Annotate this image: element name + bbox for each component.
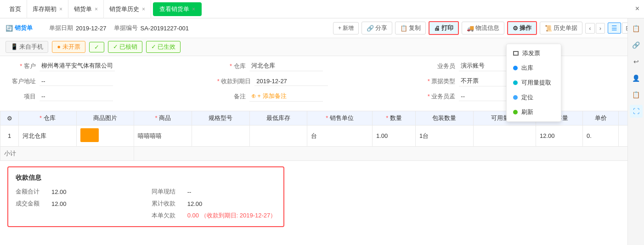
tab-sales-order[interactable]: 销货单 × xyxy=(68,0,104,18)
add-icon: ⊕ xyxy=(251,92,258,99)
tab-home[interactable]: 首页 xyxy=(4,0,27,18)
salesperson-label: 业务员孟 xyxy=(427,92,459,101)
project-field: 项目 -- xyxy=(7,92,217,101)
dropdown-locate[interactable]: 定位 xyxy=(507,90,561,105)
doc-date-field: 单据日期 2019-12-27 xyxy=(49,24,107,32)
row-unit-price: 0. xyxy=(582,125,618,147)
not-opened-button[interactable]: ● 未开票 xyxy=(52,41,85,53)
settings-icon[interactable]: ⚙ xyxy=(7,115,12,122)
same-order-settle-label: 同单现结 xyxy=(152,188,184,196)
warehouse-field: 仓库 河北仓库 xyxy=(217,61,427,71)
dropdown-available-qty[interactable]: 可用量提取 xyxy=(507,75,561,90)
invoice-icon: ● xyxy=(57,43,61,50)
logistics-icon: 🚚 xyxy=(467,25,474,32)
customer-value[interactable]: 柳州粤港平安气体有限公司 xyxy=(40,61,115,71)
doc-icon: 🔄 xyxy=(6,25,13,32)
tab-sales-order-close[interactable]: × xyxy=(95,6,98,12)
effective-button[interactable]: ✓ 已生效 xyxy=(146,41,181,53)
outbound-label: 出库 xyxy=(521,64,533,72)
prev-button[interactable]: ‹ xyxy=(585,23,594,34)
tab-view-sales-close[interactable]: × xyxy=(192,6,195,12)
logistics-button[interactable]: 🚚 物流信息 xyxy=(462,22,504,34)
tab-home-label: 首页 xyxy=(9,5,21,13)
warehouse-value[interactable]: 河北仓库 xyxy=(249,61,323,71)
print-button[interactable]: 🖨 打印 xyxy=(429,21,459,35)
tab-inventory-init-close[interactable]: × xyxy=(59,6,62,12)
share-button[interactable]: 🔗 分享 xyxy=(362,22,392,34)
nav-arrows: ‹ › xyxy=(585,23,605,34)
dropdown-outbound[interactable]: 出库 xyxy=(507,61,561,75)
remark-field: 备注 ⊕ + 添加备注 xyxy=(217,91,427,102)
customer-field: 客户 柳州粤港平安气体有限公司 xyxy=(7,61,217,71)
customer-label: 客户 xyxy=(7,62,40,70)
right-sidebar: 📋 🔗 ↩ 👤 📋 ⛶ xyxy=(627,18,644,245)
row-spec xyxy=(192,125,250,147)
locate-label: 定位 xyxy=(521,93,533,102)
tab-sales-history-close[interactable]: × xyxy=(142,6,145,12)
sidebar-icon-5[interactable]: 📋 xyxy=(630,88,643,101)
sidebar-icon-1[interactable]: 📋 xyxy=(630,22,643,35)
cumulative-label: 累计收款 xyxy=(152,199,184,208)
cumulative-item: 累计收款 12.00 xyxy=(152,199,277,208)
cancelled-button[interactable]: ✓ 已核销 xyxy=(108,41,142,53)
outstanding-label: 本单欠款 xyxy=(152,211,184,220)
receipt-info-box: 收款信息 金额合计 12.00 同单现结 -- 成交金额 12.00 累计收款 … xyxy=(7,166,284,227)
row-current-stock: 12.00 xyxy=(536,125,582,147)
share-icon: 🔗 xyxy=(367,25,374,32)
col-package-qty: 包装数量 xyxy=(416,111,474,125)
cancelled-icon: ✓ xyxy=(113,43,118,50)
col-product-img: 商品图片 xyxy=(76,111,134,125)
toolbar-actions: + 新增 🔗 分享 📋 复制 🖨 打印 🚚 物流信息 ⚙ 操作 xyxy=(329,21,638,35)
tab-view-sales[interactable]: 查看销货单 × xyxy=(153,2,202,16)
copy-button[interactable]: 📋 复制 xyxy=(395,22,426,34)
subtotal-label: 小计 xyxy=(0,147,134,161)
address-label: 客户地址 xyxy=(7,77,40,85)
dropdown-refresh[interactable]: 刷新 xyxy=(507,105,561,120)
next-button[interactable]: › xyxy=(596,23,605,34)
tab-sales-history-label: 销货单历史 xyxy=(109,5,139,13)
transaction-amount-value: 12.00 xyxy=(51,200,67,207)
operations-icon: ⚙ xyxy=(513,25,518,32)
check-icon: ✓ xyxy=(94,44,99,51)
new-button[interactable]: + 新增 xyxy=(333,22,359,34)
col-spec: 规格型号 xyxy=(192,111,250,125)
operations-dropdown: 添发票 出库 可用量提取 定位 刷新 xyxy=(506,44,561,122)
available-qty-label: 可用量提取 xyxy=(521,79,551,87)
sidebar-icon-4[interactable]: 👤 xyxy=(630,72,643,85)
sidebar-icon-2[interactable]: 🔗 xyxy=(630,39,643,51)
add-invoice-label: 添发票 xyxy=(522,49,540,57)
operations-button[interactable]: ⚙ 操作 xyxy=(507,21,537,35)
tab-inventory-init[interactable]: 库存期初 × xyxy=(27,0,68,18)
copy-icon: 📋 xyxy=(400,25,407,32)
employee-label: 业务员 xyxy=(427,62,459,70)
add-invoice-icon xyxy=(513,51,519,56)
window-close-button[interactable]: × xyxy=(635,5,639,13)
sidebar-icon-expand[interactable]: ⛶ xyxy=(630,105,643,118)
locate-icon xyxy=(513,95,518,100)
transaction-amount-label: 成交金额 xyxy=(16,199,48,208)
refresh-label: 刷新 xyxy=(521,108,533,116)
dropdown-add-invoice[interactable]: 添发票 xyxy=(507,46,561,61)
project-value[interactable]: -- xyxy=(40,92,113,101)
address-value[interactable]: -- xyxy=(40,77,113,86)
history-button[interactable]: 📜 历史单据 xyxy=(540,22,582,34)
tab-view-sales-label: 查看销货单 xyxy=(159,5,189,13)
doc-number-field: 单据编号 SA-20191227-001 xyxy=(114,24,189,32)
doc-number-value: SA-20191227-001 xyxy=(141,25,189,32)
due-date-value[interactable]: 2019-12-27 xyxy=(254,77,328,86)
tab-sales-history[interactable]: 销货单历史 × xyxy=(104,0,151,18)
address-field: 客户地址 -- xyxy=(7,77,217,86)
tab-bar: 首页 库存期初 × 销货单 × 销货单历史 × 查看销货单 × × xyxy=(0,0,644,18)
sidebar-icon-3[interactable]: ↩ xyxy=(630,55,643,68)
correct-button[interactable]: ✓ xyxy=(89,42,104,52)
refresh-icon xyxy=(513,110,518,114)
add-remark-button[interactable]: ⊕ + 添加备注 xyxy=(249,91,323,102)
from-phone-button[interactable]: 📱 来自手机 xyxy=(6,41,48,53)
bottom-section: 收款信息 金额合计 12.00 同单现结 -- 成交金额 12.00 累计收款 … xyxy=(0,161,644,233)
list-view-button[interactable]: ☰ xyxy=(608,23,621,34)
product-image xyxy=(80,128,99,142)
row-available xyxy=(473,125,536,147)
row-product-img xyxy=(76,125,134,147)
remark-label: 备注 xyxy=(217,92,249,101)
warehouse-label: 仓库 xyxy=(217,62,249,70)
